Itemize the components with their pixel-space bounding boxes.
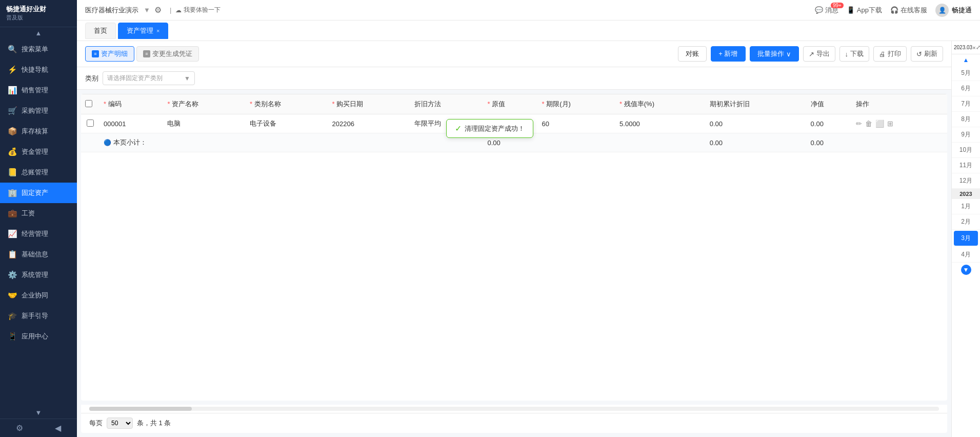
timeline-down-nav[interactable]: ▼: [952, 263, 980, 277]
app-download-button[interactable]: 📱 App下载: [847, 6, 882, 15]
subtotal-net-value: 0.00: [807, 133, 852, 152]
print-icon: 🖨: [879, 50, 886, 58]
sidebar-item-operation[interactable]: 📈 经营管理: [0, 224, 77, 244]
category-filter-select[interactable]: 请选择固定资产类别 ▼: [103, 71, 195, 85]
timeline-month-7[interactable]: 7月: [952, 96, 980, 112]
subtabs: ≡ 资产明细 ≡ 变更生成凭证: [85, 46, 199, 62]
tab-close-icon[interactable]: ×: [156, 28, 159, 34]
sidebar-logo: 畅捷通好业财 普及版: [0, 0, 77, 27]
reconcile-button[interactable]: 对账: [678, 46, 707, 62]
sidebar-item-enterprise[interactable]: 🤝 企业协同: [0, 285, 77, 306]
sidebar-item-ledger[interactable]: 📒 总账管理: [0, 162, 77, 183]
delete-icon[interactable]: 🗑: [865, 120, 872, 128]
sidebar-item-purchase[interactable]: 🛒 采购管理: [0, 101, 77, 121]
timeline-month-8[interactable]: 8月: [952, 112, 980, 127]
online-service-button[interactable]: 🎧 在线客服: [890, 6, 927, 15]
sidebar-item-label: 企业协同: [22, 291, 48, 300]
batch-button[interactable]: 批量操作 ∨: [750, 46, 799, 62]
timeline-month-2[interactable]: 2月: [952, 214, 980, 230]
new-button[interactable]: + 新增: [711, 46, 745, 62]
copy-icon[interactable]: ⬜: [875, 120, 884, 128]
tab-home[interactable]: 首页: [85, 23, 116, 39]
sidebar-item-app-center[interactable]: 📱 应用中心: [0, 326, 77, 347]
sidebar-item-finance[interactable]: 💰 资金管理: [0, 142, 77, 162]
sidebar-item-guide[interactable]: 🎓 新手引导: [0, 306, 77, 326]
experience-button[interactable]: ☁ 我要体验一下: [175, 6, 221, 14]
row-checkbox[interactable]: [87, 120, 94, 127]
timeline-expand-icon[interactable]: ⤢: [976, 44, 980, 51]
sidebar-item-sales[interactable]: 📊 销售管理: [0, 80, 77, 101]
per-page-select[interactable]: 50 100 200: [107, 418, 133, 429]
scrollbar-thumb[interactable]: [89, 407, 192, 411]
sidebar-item-label: 搜索菜单: [22, 45, 48, 54]
timeline-year-2023: 2023: [952, 189, 980, 199]
timeline-header: 2023.03 × ⤢: [952, 41, 980, 54]
batch-label: 批量操作: [757, 49, 784, 58]
timeline-month-9[interactable]: 9月: [952, 127, 980, 143]
sidebar-item-basic-info[interactable]: 📋 基础信息: [0, 244, 77, 265]
timeline-month-11[interactable]: 11月: [952, 158, 980, 173]
sidebar-settings-button[interactable]: ⚙: [16, 423, 23, 433]
timeline-up-nav[interactable]: ▲: [952, 54, 980, 66]
per-page-label: 每页: [89, 419, 103, 428]
sidebar-item-system[interactable]: ⚙️ 系统管理: [0, 265, 77, 285]
row-checkbox-cell: [81, 114, 99, 133]
row-period: 60: [538, 114, 616, 133]
timeline-month-12[interactable]: 12月: [952, 173, 980, 189]
row-initial-accumulated: 0.00: [706, 114, 807, 133]
table-header-row: * 编码 * 资产名称 * 类别名称 * 购买日期 折旧方法 * 原值 * 期限…: [81, 94, 947, 114]
export-icon: ↗: [809, 50, 814, 58]
print-button[interactable]: 🖨 打印: [873, 46, 907, 62]
sales-icon: 📊: [7, 85, 17, 95]
ledger-icon: 📒: [7, 167, 17, 177]
company-dropdown-icon[interactable]: ▼: [144, 6, 150, 14]
sidebar-item-fixed-assets[interactable]: 🏢 固定资产: [0, 183, 77, 203]
timeline-month-3-active[interactable]: 3月: [954, 231, 978, 246]
sidebar-item-label: 固定资产: [22, 188, 48, 197]
message-badge: 99+: [831, 3, 844, 8]
horizontal-scrollbar[interactable]: [81, 405, 947, 413]
sidebar-scroll-up[interactable]: ▲: [0, 27, 77, 39]
refresh-button[interactable]: ↺ 刷新: [911, 46, 943, 62]
subtab-asset-detail[interactable]: ≡ 资产明细: [85, 46, 134, 62]
search-icon: 🔍: [7, 44, 17, 54]
sidebar-item-inventory[interactable]: 📦 库存核算: [0, 121, 77, 142]
select-all-checkbox[interactable]: [85, 100, 92, 107]
download-button[interactable]: ↓ 下载: [839, 46, 870, 62]
success-toast: ✓ 清理固定资产成功！: [446, 119, 533, 138]
export-button[interactable]: ↗ 导出: [803, 46, 835, 62]
sidebar-item-label: 系统管理: [22, 270, 48, 280]
sidebar-item-label: 经营管理: [22, 229, 48, 239]
sidebar-item-label: 库存核算: [22, 127, 48, 136]
content-main: ≡ 资产明细 ≡ 变更生成凭证 对账 + 新增: [77, 41, 951, 437]
sidebar-scroll-down[interactable]: ▼: [0, 407, 77, 419]
subtab-asset-detail-label: 资产明细: [101, 49, 128, 58]
user-menu[interactable]: 👤 畅捷通: [935, 4, 972, 17]
more-icon[interactable]: ⊞: [887, 120, 893, 128]
sidebar-item-search[interactable]: 🔍 搜索菜单: [0, 39, 77, 59]
sidebar-item-payroll[interactable]: 💼 工资: [0, 203, 77, 224]
table-container: * 编码 * 资产名称 * 类别名称 * 购买日期 折旧方法 * 原值 * 期限…: [81, 94, 947, 401]
timeline-month-6[interactable]: 6月: [952, 81, 980, 96]
asset-table: * 编码 * 资产名称 * 类别名称 * 购买日期 折旧方法 * 原值 * 期限…: [81, 94, 947, 152]
company-name: 医疗器械行业演示: [85, 6, 138, 15]
row-depreciation-method: 年限平均 ✓ 清理固定资产成功！: [410, 114, 483, 133]
timeline-month-5[interactable]: 5月: [952, 66, 980, 81]
timeline-month-10[interactable]: 10月: [952, 143, 980, 158]
subtab-change-voucher[interactable]: ≡ 变更生成凭证: [136, 46, 199, 62]
sidebar-item-label: 总账管理: [22, 168, 48, 177]
timeline-down-circle[interactable]: ▼: [961, 265, 971, 275]
tab-asset-management[interactable]: 资产管理 ×: [118, 23, 168, 39]
col-period: * 期限(月): [538, 94, 616, 114]
header-settings-icon[interactable]: ⚙: [154, 5, 162, 15]
edit-icon[interactable]: ✏: [856, 120, 862, 128]
new-label: + 新增: [718, 49, 737, 58]
timeline-month-1[interactable]: 1月: [952, 199, 980, 214]
col-residual-rate: * 残值率(%): [615, 94, 706, 114]
sidebar-collapse-button[interactable]: ◀: [55, 423, 61, 433]
action-icons: ✏ 🗑 ⬜ ⊞: [856, 120, 943, 128]
message-button[interactable]: 💬 消息 99+: [815, 6, 838, 15]
sidebar-item-quick-nav[interactable]: ⚡ 快捷导航: [0, 59, 77, 80]
row-actions: ✏ 🗑 ⬜ ⊞: [852, 114, 947, 133]
timeline-month-4[interactable]: 4月: [952, 247, 980, 263]
